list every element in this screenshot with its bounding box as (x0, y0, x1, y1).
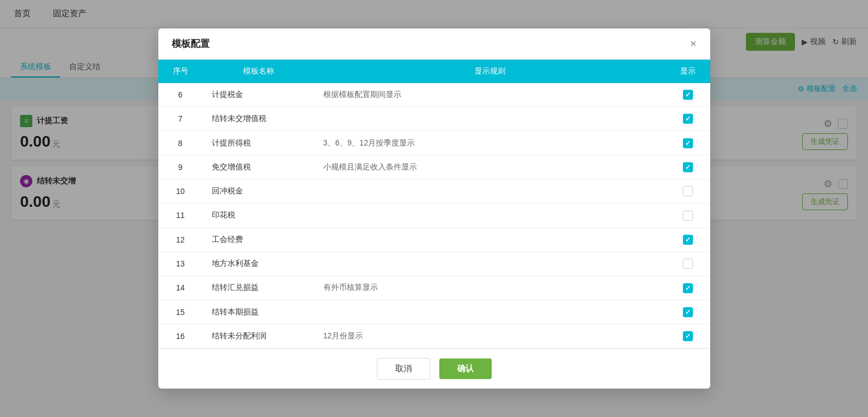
table-row: 7结转未交增值税 (158, 107, 710, 131)
modal-header: 模板配置 × (158, 28, 710, 60)
table-row: 10回冲税金 (158, 180, 710, 203)
cell-seq: 13 (158, 251, 203, 275)
table-header: 序号 模板名称 显示规则 显示 (158, 60, 710, 83)
checkbox-row-5[interactable] (683, 211, 693, 221)
modal-footer: 取消 确认 (158, 348, 710, 389)
cell-check (666, 180, 710, 203)
cell-rule (314, 203, 666, 227)
cell-check (666, 155, 710, 179)
checkbox-row-6[interactable] (683, 235, 693, 245)
table-row: 16结转未分配利润12月份显示 (158, 324, 710, 348)
cell-rule: 有外币核算显示 (314, 276, 666, 300)
checkbox-row-3[interactable] (683, 162, 693, 172)
cell-name: 结转本期损益 (203, 300, 314, 324)
table-row: 13地方水利基金 (158, 251, 710, 275)
cell-seq: 8 (158, 131, 203, 155)
checkbox-row-2[interactable] (683, 138, 693, 148)
modal-title: 模板配置 (172, 37, 210, 50)
cell-check (666, 203, 710, 227)
cell-rule (314, 300, 666, 324)
cell-seq: 7 (158, 107, 203, 131)
cell-rule (314, 180, 666, 203)
cell-rule (314, 227, 666, 251)
modal-template-config: 模板配置 × 序号 模板名称 显示规则 显示 6计提税金根据模板配置期间显示7结… (158, 28, 710, 389)
modal-overlay: 模板配置 × 序号 模板名称 显示规则 显示 6计提税金根据模板配置期间显示7结… (0, 0, 868, 417)
cell-name: 结转未交增值税 (203, 107, 314, 131)
cell-name: 地方水利基金 (203, 251, 314, 275)
cell-check (666, 227, 710, 251)
cell-check (666, 251, 710, 275)
checkbox-row-0[interactable] (683, 90, 693, 100)
cell-seq: 12 (158, 227, 203, 251)
cell-rule (314, 251, 666, 275)
cell-check (666, 107, 710, 131)
cell-rule: 3、6、9、12月按季度显示 (314, 131, 666, 155)
checkbox-row-4[interactable] (683, 186, 693, 196)
cell-check (666, 131, 710, 155)
cell-rule (314, 107, 666, 131)
cell-rule: 12月份显示 (314, 324, 666, 348)
checkbox-row-10[interactable] (683, 331, 693, 341)
col-header-show: 显示 (666, 60, 710, 83)
table-row: 8计提所得税3、6、9、12月按季度显示 (158, 131, 710, 155)
col-header-rule: 显示规则 (314, 60, 666, 83)
cell-seq: 11 (158, 203, 203, 227)
table-row: 11印花税 (158, 203, 710, 227)
table-row: 6计提税金根据模板配置期间显示 (158, 83, 710, 107)
cell-name: 免交增值税 (203, 155, 314, 179)
table-row: 9免交增值税小规模且满足收入条件显示 (158, 155, 710, 179)
table-body: 6计提税金根据模板配置期间显示7结转未交增值税8计提所得税3、6、9、12月按季… (158, 83, 710, 348)
cell-seq: 15 (158, 300, 203, 324)
confirm-button[interactable]: 确认 (439, 358, 492, 379)
cell-name: 计提税金 (203, 83, 314, 107)
cell-seq: 10 (158, 180, 203, 203)
table-row: 12工会经费 (158, 227, 710, 251)
cell-rule: 小规模且满足收入条件显示 (314, 155, 666, 179)
cell-check (666, 83, 710, 107)
cell-rule: 根据模板配置期间显示 (314, 83, 666, 107)
checkbox-row-1[interactable] (683, 114, 693, 124)
cancel-button[interactable]: 取消 (377, 358, 430, 380)
modal-body: 序号 模板名称 显示规则 显示 6计提税金根据模板配置期间显示7结转未交增值税8… (158, 60, 710, 348)
table-row: 15结转本期损益 (158, 300, 710, 324)
config-table: 序号 模板名称 显示规则 显示 6计提税金根据模板配置期间显示7结转未交增值税8… (158, 60, 710, 348)
cell-name: 工会经费 (203, 227, 314, 251)
cell-seq: 6 (158, 83, 203, 107)
cell-check (666, 324, 710, 348)
cell-seq: 9 (158, 155, 203, 179)
cell-seq: 14 (158, 276, 203, 300)
cell-name: 计提所得税 (203, 131, 314, 155)
col-header-seq: 序号 (158, 60, 203, 83)
checkbox-row-7[interactable] (683, 259, 693, 269)
cell-seq: 16 (158, 324, 203, 348)
checkbox-row-8[interactable] (683, 283, 693, 293)
cell-check (666, 276, 710, 300)
table-row: 14结转汇兑损益有外币核算显示 (158, 276, 710, 300)
col-header-name: 模板名称 (203, 60, 314, 83)
cell-name: 结转汇兑损益 (203, 276, 314, 300)
cell-name: 印花税 (203, 203, 314, 227)
cell-name: 回冲税金 (203, 180, 314, 203)
cell-name: 结转未分配利润 (203, 324, 314, 348)
cell-check (666, 300, 710, 324)
checkbox-row-9[interactable] (683, 307, 693, 317)
modal-close-button[interactable]: × (690, 38, 697, 49)
